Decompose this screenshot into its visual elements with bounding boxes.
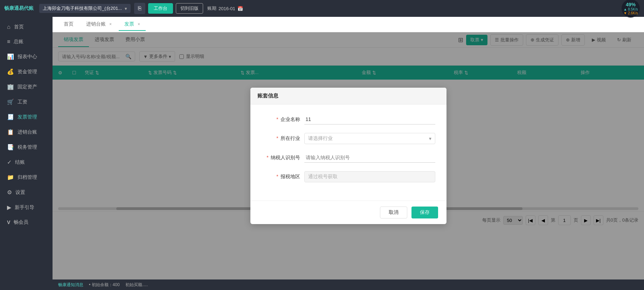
industry-dropdown-icon: ▾	[429, 136, 431, 141]
company-name-label: * 企业名称	[262, 116, 300, 123]
copy-icon-btn[interactable]: ⎘	[134, 3, 145, 14]
workbench-button[interactable]: 工作台	[148, 3, 173, 14]
gear-icon: ⚙	[7, 189, 12, 196]
sales-icon: 📋	[7, 129, 14, 135]
sidebar-item-close[interactable]: ✓ 结账	[0, 155, 53, 170]
sidebar-item-label: 首页	[14, 24, 24, 30]
form-row-company: * 企业名称	[262, 114, 435, 124]
funds-icon: 💰	[7, 68, 14, 75]
breadcrumb-tab-label: 首页	[64, 21, 74, 27]
invoice-icon: 🧾	[7, 114, 14, 120]
modal-overlay: 账套信息 * 企业名称	[53, 32, 644, 279]
archive-icon: 📁	[7, 174, 14, 181]
breadcrumb-tab-invoice[interactable]: 发票 ×	[119, 18, 146, 31]
close-accounts-icon: ✓	[7, 159, 12, 166]
sidebar-item-label: 工资	[18, 99, 27, 105]
main-content: 首页 进销台账 × 发票 × 销项发票 进项发票 费用小票 ⊞	[53, 17, 644, 290]
tax-icon: 📑	[7, 144, 14, 150]
switch-old-button[interactable]: 切到旧版	[176, 3, 203, 14]
sidebar-item-reports[interactable]: 📊 报表中心	[0, 49, 53, 64]
bottom-bar: 畅康通知消息 • 初始余额：400 初始买额.....	[53, 279, 644, 290]
home-icon: ⌂	[7, 24, 11, 30]
sidebar-item-salary[interactable]: 🛒 工资	[0, 94, 53, 109]
tax-region-label: * 报税地区	[262, 174, 300, 180]
content-area: 销项发票 进项发票 费用小票 ⊞ 取票 ▾ ☰ 批量操作	[53, 32, 644, 279]
industry-select[interactable]: 请选择行业 ▾	[304, 133, 435, 144]
calendar-icon[interactable]: 📅	[237, 6, 243, 11]
salary-icon: 🛒	[7, 99, 14, 105]
tab-close-active-icon[interactable]: ×	[138, 22, 140, 27]
sidebar-item-invoice[interactable]: 🧾 发票管理	[0, 109, 53, 124]
sidebar-item-sales-ledger[interactable]: 📋 进销台账	[0, 124, 53, 140]
modal-header: 账套信息	[250, 88, 446, 104]
form-row-tax-region: * 报税地区 通过税号获取	[262, 171, 435, 182]
period-label: 账期 2016-01 📅	[207, 5, 243, 12]
bottom-text2: 初始买额.....	[125, 282, 148, 288]
industry-label: * 所在行业	[262, 135, 300, 142]
sidebar-item-label: 资金管理	[18, 69, 37, 75]
form-row-tax-id: * 纳税人识别号	[262, 153, 435, 163]
bottom-text1: • 初始余额：400	[89, 282, 120, 288]
sidebar-item-assets[interactable]: 🏢 固定资产	[0, 79, 53, 94]
tax-region-field: 通过税号获取	[304, 171, 435, 182]
company-name-input[interactable]	[304, 114, 435, 124]
sidebar-item-archive[interactable]: 📁 归档管理	[0, 170, 53, 185]
company-name: 上海卯金刀电子科技有限公司_(台201...	[43, 5, 122, 12]
ledger-icon: ≡	[7, 39, 10, 45]
tab-close-icon[interactable]: ×	[109, 22, 112, 27]
sidebar-item-member[interactable]: V 畅会员	[0, 215, 53, 230]
company-dropdown-arrow: ▾	[125, 6, 127, 11]
sidebar-item-home[interactable]: ⌂ 首页	[0, 20, 53, 34]
industry-placeholder: 请选择行业	[308, 135, 333, 142]
tax-id-input[interactable]	[304, 153, 435, 163]
sidebar-item-label: 归档管理	[18, 174, 37, 181]
app-logo: 畅康通易代账	[4, 5, 34, 12]
modal-footer: 取消 保存	[250, 201, 446, 224]
breadcrumb-tab-home[interactable]: 首页	[58, 18, 79, 31]
sidebar: ⌂ 首页 ≡ 总账 📊 报表中心 💰 资金管理 🏢 固定资产 🛒 工资 🧾 发票…	[0, 17, 53, 290]
breadcrumb-tab-sales-ledger[interactable]: 进销台账 ×	[81, 18, 117, 31]
sidebar-item-label: 固定资产	[18, 84, 37, 90]
sidebar-item-label: 税务管理	[18, 144, 37, 150]
top-bar: 畅康通易代账 上海卯金刀电子科技有限公司_(台201... ▾ ⎘ 工作台 切到…	[0, 0, 644, 17]
sidebar-item-label: 新手引导	[15, 204, 34, 211]
company-selector[interactable]: 上海卯金刀电子科技有限公司_(台201... ▾	[39, 4, 131, 13]
cancel-button[interactable]: 取消	[380, 207, 407, 218]
modal-body: * 企业名称 * 所在行业 请选择行业	[250, 104, 446, 201]
bottom-link[interactable]: 畅康通知消息	[58, 282, 83, 288]
sidebar-item-label: 结账	[15, 159, 25, 166]
sidebar-item-label: 报表中心	[18, 54, 37, 60]
modal: 账套信息 * 企业名称	[250, 88, 446, 224]
assets-icon: 🏢	[7, 83, 14, 90]
sidebar-item-settings[interactable]: ⚙ 设置	[0, 185, 53, 200]
guide-icon: ▶	[7, 204, 11, 211]
sidebar-item-label: 总账	[14, 39, 23, 45]
sidebar-item-funds[interactable]: 💰 资金管理	[0, 64, 53, 79]
sidebar-item-label: 畅会员	[14, 219, 28, 225]
modal-title: 账套信息	[257, 93, 278, 99]
sidebar-item-label: 设置	[15, 189, 25, 196]
sidebar-item-label: 发票管理	[18, 114, 37, 120]
speed-indicator: 49% ▲ 8.5K/s ▼ 2.6K/s	[622, 0, 640, 18]
sidebar-item-tax[interactable]: 📑 税务管理	[0, 140, 53, 155]
sidebar-item-guide[interactable]: ▶ 新手引导	[0, 200, 53, 215]
top-bar-right: 49% ▲ 8.5K/s ▼ 2.6K/s	[622, 0, 640, 18]
sidebar-item-label: 进销台账	[18, 129, 37, 135]
tax-id-label: * 纳税人识别号	[262, 155, 300, 161]
reports-icon: 📊	[7, 53, 14, 60]
save-button[interactable]: 保存	[411, 207, 438, 218]
sidebar-item-ledger[interactable]: ≡ 总账	[0, 34, 53, 49]
breadcrumb-tabs: 首页 进销台账 × 发票 ×	[53, 17, 644, 32]
breadcrumb-tab-label: 发票	[124, 21, 134, 27]
form-row-industry: * 所在行业 请选择行业 ▾	[262, 133, 435, 144]
breadcrumb-tab-label: 进销台账	[86, 21, 106, 27]
member-icon: V	[7, 220, 10, 225]
